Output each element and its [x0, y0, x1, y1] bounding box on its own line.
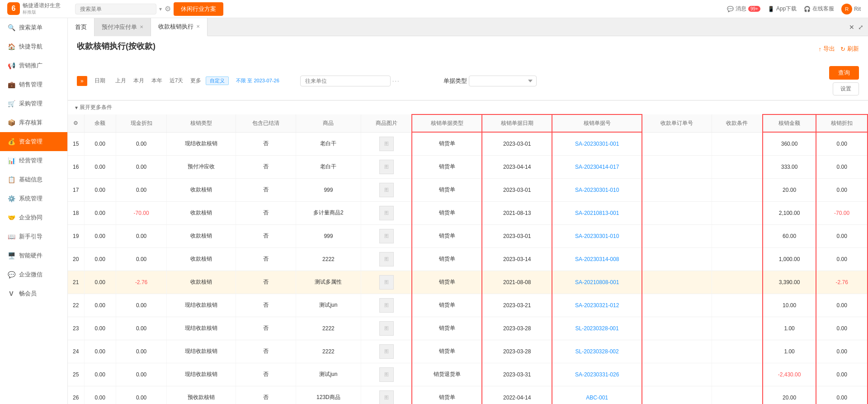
hardware-icon: 🖥️	[7, 252, 15, 260]
sidebar-item-sales[interactable]: 💼 销售管理	[0, 75, 67, 94]
sidebar-item-hardware[interactable]: 🖥️ 智能硬件	[0, 246, 67, 265]
cell-bill-date: 2023-03-21	[482, 294, 552, 317]
filter-inputs: ··· 单据类型	[287, 76, 822, 86]
tab-prepaid[interactable]: 预付冲应付单 ✕	[94, 18, 151, 36]
cell-receipt-order-no	[642, 294, 712, 317]
user-area[interactable]: R Rit	[841, 4, 861, 14]
cell-bill-date: 2023-03-28	[482, 317, 552, 340]
cell-receipt-condition	[712, 201, 763, 224]
col-bill-date: 核销单据日期	[482, 114, 552, 132]
cell-receipt-condition	[712, 155, 763, 178]
sidebar-item-label: 畅会员	[19, 290, 37, 298]
cell-bill-no: SL-20230328-001	[552, 317, 642, 340]
sidebar-item-finance[interactable]: 💰 资金管理	[0, 132, 67, 151]
more-date-btn[interactable]: 更多	[188, 76, 204, 86]
cell-verification-amount: 20.00	[763, 178, 816, 201]
expand-conditions-bar[interactable]: ▾ 展开更多条件	[68, 100, 868, 114]
search-menu-input[interactable]	[75, 4, 156, 14]
cell-include-settled: 否	[236, 178, 296, 201]
tab-close-window-button[interactable]: ✕	[849, 24, 854, 31]
cell-receipt-order-no	[642, 224, 712, 247]
last-7-days-btn[interactable]: 近7天	[167, 76, 186, 86]
col-verification-type: 核销类型	[167, 114, 236, 132]
sidebar-item-search[interactable]: 🔍 搜索菜单	[0, 18, 67, 37]
cell-cash-discount: 0.00	[116, 178, 167, 201]
cell-verification-type: 收款核销	[167, 201, 236, 224]
cell-verification-type: 现结收款核销	[167, 294, 236, 317]
cell-verification-type: 现结收款核销	[167, 340, 236, 363]
cell-receipt-order-no	[642, 247, 712, 271]
settings-gear-icon[interactable]: ⚙	[73, 120, 78, 126]
custom-date-btn[interactable]: 自定义	[206, 76, 229, 85]
cell-verification-discount: 0.00	[816, 132, 868, 155]
sidebar-item-guide[interactable]: 📖 新手引导	[0, 227, 67, 246]
sidebar-item-operations[interactable]: 📊 经营管理	[0, 151, 67, 170]
sidebar-item-wechat[interactable]: 💬 企业微信	[0, 265, 67, 284]
refresh-button[interactable]: ↻ 刷新	[840, 45, 859, 53]
filter-expand-button[interactable]: »	[77, 76, 87, 86]
setting-button[interactable]: 设置	[833, 82, 859, 95]
app-icon: 📱	[768, 6, 774, 12]
finance-icon: 💰	[7, 138, 15, 146]
tab-verification[interactable]: 收款核销执行 ✕	[151, 18, 208, 36]
sidebar-item-system[interactable]: ⚙️ 系统管理	[0, 189, 67, 208]
date-range-selector: 上月 本月 本年 近7天 更多 自定义	[113, 76, 229, 86]
table-row: 250.000.00现结收款核销否测试jun图销货退货单2023-03-31SA…	[68, 363, 868, 386]
sidebar-item-label: 经营管理	[19, 157, 42, 165]
online-service-area[interactable]: 🎧 在线客服	[804, 5, 834, 13]
partner-input[interactable]	[300, 76, 391, 86]
sidebar-item-member[interactable]: V 畅会员	[0, 284, 67, 303]
solution-button[interactable]: 休闲行业方案	[174, 2, 223, 16]
cell-verification-amount: 3,390.00	[763, 271, 816, 294]
cell-cash-discount: 0.00	[116, 294, 167, 317]
cell-cash-discount: 0.00	[116, 317, 167, 340]
cell-product: 老白干	[296, 132, 361, 155]
tab-prepaid-close[interactable]: ✕	[140, 24, 143, 29]
sidebar-item-basic-info[interactable]: 📋 基础信息	[0, 170, 67, 189]
col-include-settled: 包含已结清	[236, 114, 296, 132]
sidebar-item-marketing[interactable]: 📢 营销推广	[0, 56, 67, 75]
cell-product: 999	[296, 224, 361, 247]
sidebar-item-purchase[interactable]: 🛒 采购管理	[0, 94, 67, 113]
cell-row-num: 26	[68, 386, 84, 404]
last-month-btn[interactable]: 上月	[113, 76, 129, 86]
message-area[interactable]: 💬 消息 99+	[727, 5, 760, 13]
cell-product: 老白干	[296, 155, 361, 178]
cell-row-num: 16	[68, 155, 84, 178]
export-button[interactable]: ↑ 导出	[819, 45, 835, 53]
query-button[interactable]: 查询	[829, 66, 859, 80]
gear-icon[interactable]: ⚙	[165, 5, 171, 13]
table-container: ⚙ 余额 现金折扣 核销类型 包含已结清 商品 商品图片 核销单据类型 核销单据…	[68, 114, 868, 404]
sidebar-item-inventory[interactable]: 📦 库存核算	[0, 113, 67, 132]
search-icon: 🔍	[7, 24, 15, 32]
message-label: 消息	[736, 5, 746, 13]
sidebar: 🔍 搜索菜单 🏠 快捷导航 📢 营销推广 💼 销售管理 🛒 采购管理 📦	[0, 18, 68, 404]
table-row: 150.000.00现结收款核销否老白干图销货单2023-03-01SA-202…	[68, 132, 868, 155]
tab-home[interactable]: 首页	[68, 18, 94, 36]
sidebar-item-quick-nav[interactable]: 🏠 快捷导航	[0, 37, 67, 56]
this-month-btn[interactable]: 本月	[131, 76, 147, 86]
sales-icon: 💼	[7, 81, 15, 89]
cell-verification-amount: 2,100.00	[763, 201, 816, 224]
single-type-select[interactable]	[469, 76, 537, 86]
cell-receipt-condition	[712, 317, 763, 340]
cell-bill-type: 销货单	[412, 386, 482, 404]
cell-cash-discount: 0.00	[116, 340, 167, 363]
cell-receipt-condition	[712, 247, 763, 271]
page-title: 收款核销执行(按收款)	[77, 41, 156, 52]
cell-receipt-condition	[712, 132, 763, 155]
this-year-btn[interactable]: 本年	[149, 76, 165, 86]
tab-verification-close[interactable]: ✕	[196, 24, 200, 29]
cell-bill-date: 2021-08-13	[482, 201, 552, 224]
app-download-area[interactable]: 📱 App下载	[768, 5, 797, 13]
table-row: 240.000.00现结收款核销否2222图销货单2023-03-28SL-20…	[68, 340, 868, 363]
cell-row-num: 15	[68, 132, 84, 155]
single-type-label: 单据类型	[443, 77, 467, 85]
sidebar-item-enterprise[interactable]: 🤝 企业协同	[0, 208, 67, 227]
tab-maximize-button[interactable]: ⤢	[858, 24, 863, 31]
cell-bill-date: 2023-03-01	[482, 178, 552, 201]
cell-verification-discount: 0.00	[816, 363, 868, 386]
cell-include-settled: 否	[236, 294, 296, 317]
refresh-label: 刷新	[847, 45, 859, 53]
sidebar-item-label: 库存核算	[19, 119, 42, 127]
